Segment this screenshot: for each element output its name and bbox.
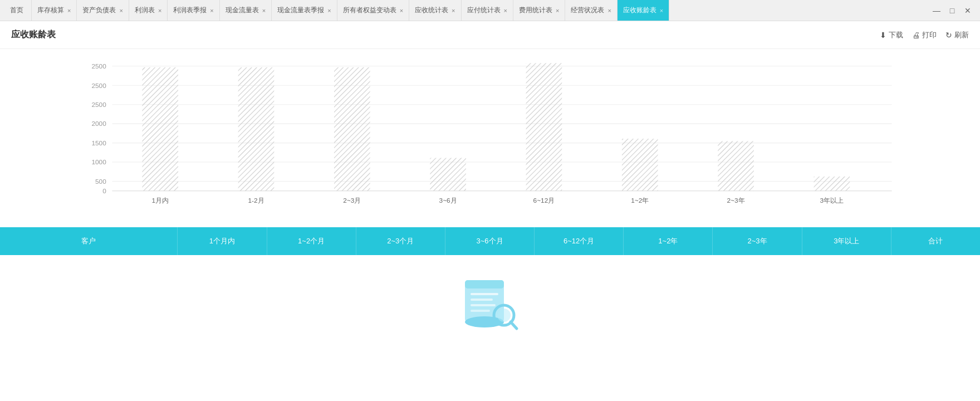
bar-2-3y — [718, 141, 754, 190]
tab-balance[interactable]: 资产负债表 × — [77, 0, 129, 21]
svg-rect-32 — [471, 310, 490, 312]
tab-ap-stat-close[interactable]: × — [504, 7, 507, 14]
tab-business-close[interactable]: × — [607, 7, 611, 14]
tab-ap-stat-label: 应付统计表 — [467, 6, 501, 15]
tab-equity-close[interactable]: × — [400, 7, 403, 14]
tab-profit-quarter-close[interactable]: × — [210, 7, 213, 14]
home-tab-label: 首页 — [10, 6, 23, 15]
empty-icon-container — [457, 277, 523, 333]
tab-cashflow-quarter[interactable]: 现金流量表季报 × — [272, 0, 337, 21]
tab-cashflow-close[interactable]: × — [262, 7, 266, 14]
tab-ap-stat[interactable]: 应付统计表 × — [462, 0, 513, 21]
tab-ar-aging-label: 应收账龄表 — [623, 6, 656, 15]
tab-profit-quarter[interactable]: 利润表季报 × — [168, 0, 219, 21]
col-header-3y: 3年以上 — [802, 227, 891, 255]
svg-text:3年以上: 3年以上 — [820, 197, 844, 204]
bar-chart: 2500 2500 2500 2000 1500 1000 500 0 — [17, 60, 963, 216]
tab-bar: 首页 库存核算 × 资产负债表 × 利润表 × 利润表季报 × 现金流量表 × … — [0, 0, 980, 21]
svg-text:500: 500 — [95, 178, 106, 185]
svg-text:1月内: 1月内 — [151, 197, 169, 204]
svg-text:1-2月: 1-2月 — [248, 197, 264, 204]
col-header-2-3y: 2~3年 — [713, 227, 802, 255]
tab-cashflow-quarter-label: 现金流量表季报 — [277, 6, 324, 15]
col-1m-label: 1个月内 — [209, 236, 235, 246]
col-header-total: 合计 — [891, 227, 980, 255]
svg-text:2500: 2500 — [91, 101, 106, 109]
svg-text:2500: 2500 — [91, 82, 106, 90]
svg-text:6~12月: 6~12月 — [533, 197, 555, 204]
refresh-icon: ↻ — [945, 31, 952, 40]
col-header-3-6m: 3~6个月 — [445, 227, 535, 255]
col-6-12m-label: 6~12个月 — [564, 236, 594, 246]
tab-equity-label: 所有者权益变动表 — [343, 6, 396, 15]
tab-ar-stat-label: 应收统计表 — [415, 6, 448, 15]
col-header-customer: 客户 — [0, 227, 178, 255]
tab-equity[interactable]: 所有者权益变动表 × — [337, 0, 409, 21]
svg-rect-28 — [465, 280, 504, 288]
col-header-1m: 1个月内 — [178, 227, 267, 255]
svg-rect-29 — [471, 293, 498, 295]
header-actions: ⬇ 下载 🖨 打印 ↻ 刷新 — [880, 30, 969, 40]
close-button[interactable]: ✕ — [962, 5, 973, 16]
tab-business-label: 经营状况表 — [571, 6, 604, 15]
svg-text:2~3年: 2~3年 — [727, 197, 744, 204]
col-2-3y-label: 2~3年 — [748, 236, 767, 246]
tab-stock-label: 库存核算 — [37, 6, 64, 15]
download-button[interactable]: ⬇ 下载 — [880, 30, 903, 40]
col-total-label: 合计 — [928, 236, 943, 246]
tab-profit-label: 利润表 — [135, 6, 155, 15]
print-icon: 🖨 — [912, 31, 920, 40]
tab-balance-close[interactable]: × — [119, 7, 122, 14]
tab-expense[interactable]: 费用统计表 × — [513, 0, 565, 21]
col-1-2m-label: 1~2个月 — [298, 236, 325, 246]
tab-profit[interactable]: 利润表 × — [129, 0, 168, 21]
svg-text:0: 0 — [102, 187, 106, 195]
svg-line-35 — [511, 322, 517, 329]
tab-expense-close[interactable]: × — [556, 7, 559, 14]
empty-state — [0, 255, 980, 344]
tab-cashflow-quarter-close[interactable]: × — [327, 7, 331, 14]
col-3y-label: 3年以上 — [834, 236, 859, 246]
bar-1-2y — [622, 139, 658, 191]
tab-stock-close[interactable]: × — [67, 7, 71, 14]
svg-rect-31 — [471, 304, 496, 306]
bar-1-2m — [238, 67, 275, 191]
svg-text:1000: 1000 — [91, 158, 106, 166]
minimize-button[interactable]: — — [931, 5, 942, 16]
svg-text:1~2年: 1~2年 — [631, 197, 649, 204]
tab-balance-label: 资产负债表 — [82, 6, 116, 15]
svg-text:1500: 1500 — [91, 139, 106, 147]
print-label: 打印 — [922, 30, 937, 40]
window-controls: — □ ✕ — [931, 5, 978, 16]
tab-cashflow-label: 现金流量表 — [226, 6, 259, 15]
col-customer-label: 客户 — [81, 236, 96, 246]
col-header-1-2y: 1~2年 — [624, 227, 713, 255]
print-button[interactable]: 🖨 打印 — [912, 30, 937, 40]
bar-3y-plus — [814, 177, 850, 191]
chart-container: 2500 2500 2500 2000 1500 1000 500 0 — [17, 60, 963, 216]
tab-profit-close[interactable]: × — [158, 7, 161, 14]
bar-2-3m — [334, 67, 370, 191]
svg-rect-30 — [471, 299, 493, 301]
tab-ar-stat[interactable]: 应收统计表 × — [409, 0, 461, 21]
bar-6-12m — [526, 63, 562, 190]
col-header-1-2m: 1~2个月 — [267, 227, 356, 255]
svg-text:2~3月: 2~3月 — [343, 197, 361, 204]
tab-stock[interactable]: 库存核算 × — [32, 0, 77, 21]
tab-ar-aging[interactable]: 应收账龄表 × — [618, 0, 669, 21]
col-1-2y-label: 1~2年 — [658, 236, 678, 246]
maximize-button[interactable]: □ — [947, 5, 958, 16]
download-label: 下载 — [889, 30, 903, 40]
tab-ar-stat-close[interactable]: × — [452, 7, 455, 14]
tab-business[interactable]: 经营状况表 × — [565, 0, 617, 21]
col-3-6m-label: 3~6个月 — [476, 236, 503, 246]
tab-ar-aging-close[interactable]: × — [660, 7, 663, 14]
col-header-2-3m: 2~3个月 — [356, 227, 445, 255]
refresh-button[interactable]: ↻ 刷新 — [945, 30, 969, 40]
main-content: 2500 2500 2500 2000 1500 1000 500 0 — [0, 49, 980, 401]
table-header: 客户 1个月内 1~2个月 2~3个月 3~6个月 6~12个月 1~2年 2~… — [0, 227, 980, 255]
tab-expense-label: 费用统计表 — [519, 6, 552, 15]
col-header-6-12m: 6~12个月 — [535, 227, 624, 255]
tab-home[interactable]: 首页 — [2, 0, 32, 21]
tab-cashflow[interactable]: 现金流量表 × — [220, 0, 272, 21]
